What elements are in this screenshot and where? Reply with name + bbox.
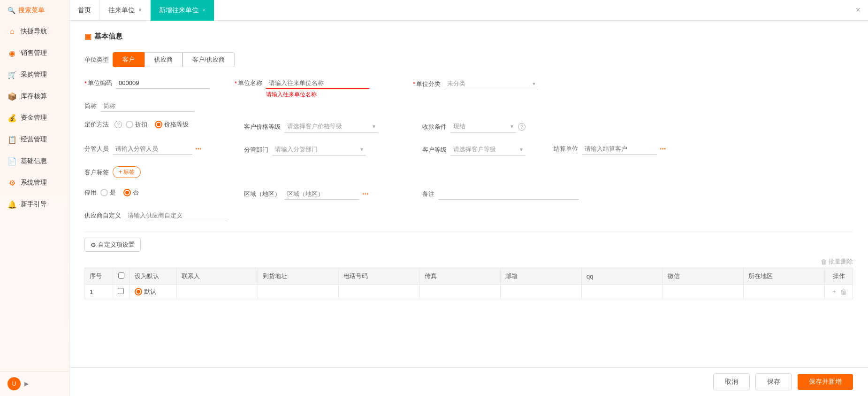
sidebar-item-operations[interactable]: 📋 经营管理 <box>0 129 69 150</box>
region-more-btn[interactable]: ··· <box>362 190 368 198</box>
unit-category-required: * <box>413 80 415 87</box>
row-default-radio[interactable]: 默认 <box>135 287 172 296</box>
unit-btn-customer[interactable]: 客户 <box>113 52 145 67</box>
sidebar-item-label: 基础信息 <box>21 157 47 165</box>
unit-btn-both[interactable]: 客户/供应商 <box>183 52 235 67</box>
row-email[interactable] <box>501 285 582 299</box>
th-qq: qq <box>581 268 662 285</box>
row-delete-icon[interactable]: 🗑 <box>840 288 847 295</box>
operations-icon: 📋 <box>8 135 17 144</box>
row-qq-input[interactable] <box>586 288 658 295</box>
row-qq[interactable] <box>581 285 662 299</box>
row-address-input[interactable] <box>263 288 334 295</box>
row-phone-input[interactable] <box>343 288 415 295</box>
finance-icon: 💰 <box>8 113 17 123</box>
sidebar-bottom: U ▶ <box>0 371 69 396</box>
unit-btn-supplier[interactable]: 供应商 <box>145 52 183 67</box>
sidebar-item-label: 经营管理 <box>21 135 47 144</box>
add-tag-button[interactable]: + 标签 <box>113 166 141 178</box>
pricing-method-help[interactable]: ? <box>114 121 122 128</box>
region-input[interactable] <box>284 188 359 200</box>
manager-more-btn[interactable]: ··· <box>195 145 201 153</box>
unit-code-input[interactable] <box>116 78 210 89</box>
row-checkbox[interactable] <box>118 288 124 294</box>
sidebar-item-sales[interactable]: ◉ 销售管理 <box>0 42 69 64</box>
tab-new-partner-close[interactable]: × <box>202 7 206 14</box>
bottom-bar: 取消 保存 保存并新增 <box>69 367 868 396</box>
manager-input[interactable] <box>113 143 192 155</box>
region-field: 区域（地区） ··· <box>244 188 422 200</box>
sidebar-item-finance[interactable]: 💰 资金管理 <box>0 107 69 129</box>
row-region-input[interactable] <box>748 288 820 295</box>
tab-home[interactable]: 首页 <box>69 0 100 21</box>
radio-no-circle <box>123 189 131 196</box>
th-address: 到货地址 <box>258 268 339 285</box>
custom-settings-button[interactable]: ⚙ 自定义项设置 <box>84 238 141 252</box>
row-email-input[interactable] <box>505 288 577 295</box>
row-fax-input[interactable] <box>425 288 496 295</box>
sidebar-item-quick-nav[interactable]: ⌂ 快捷导航 <box>0 21 69 42</box>
sidebar-item-guide[interactable]: 🔔 新手引导 <box>0 194 69 215</box>
table-section: 🗑 批量删除 序号 设为默认 联系人 到货地址 电话号码 传真 <box>84 257 853 299</box>
row-wechat-input[interactable] <box>668 288 739 295</box>
supplier-custom-row: 供应商自定义 <box>84 210 853 221</box>
department-select[interactable]: 请输入分管部门 ▾ <box>272 143 366 156</box>
settlement-unit-input[interactable] <box>582 143 657 155</box>
row-address[interactable] <box>258 285 339 299</box>
radio-discount[interactable]: 折扣 <box>126 120 147 129</box>
table-select-all[interactable] <box>118 272 124 279</box>
system-icon: ⚙ <box>8 178 17 187</box>
customer-level-placeholder: 请选择客户等级 <box>453 145 518 154</box>
remark-input[interactable] <box>438 188 579 200</box>
region-label: 区域（地区） <box>244 190 281 198</box>
row-add-icon[interactable]: ＋ <box>831 287 838 296</box>
sidebar-item-inventory[interactable]: 📦 库存核算 <box>0 85 69 107</box>
customer-level-label: 客户等级 <box>422 146 447 154</box>
tab-partners-close[interactable]: × <box>138 7 142 14</box>
row-phone[interactable] <box>339 285 420 299</box>
code-name-category-row: * 单位编码 * 单位名称 请输入往来单位名称 * 单位分类 未分类 ▾ <box>84 78 853 90</box>
sidebar-item-basic-info[interactable]: 📄 基础信息 <box>0 150 69 172</box>
sidebar-item-system[interactable]: ⚙ 系统管理 <box>0 172 69 194</box>
sidebar-expand-icon[interactable]: ▶ <box>24 380 29 387</box>
row-contact[interactable] <box>177 285 258 299</box>
cancel-button[interactable]: 取消 <box>713 373 750 390</box>
unit-name-input[interactable] <box>266 78 369 89</box>
supplier-custom-input[interactable] <box>125 210 228 221</box>
tags-row: 客户标签 + 标签 <box>84 166 853 178</box>
settlement-more-btn[interactable]: ··· <box>660 145 666 153</box>
sidebar-item-label: 销售管理 <box>21 49 47 57</box>
customer-level-field: 客户等级 请选择客户等级 ▾ <box>422 143 554 156</box>
unit-category-select[interactable]: 未分类 ▾ <box>444 78 538 90</box>
unit-name-error: 请输入往来单位名称 <box>266 91 317 99</box>
sidebar-item-purchase[interactable]: 🛒 采购管理 <box>0 64 69 85</box>
radio-price-level[interactable]: 价格等级 <box>155 120 189 129</box>
short-name-input[interactable] <box>100 101 194 112</box>
radio-no[interactable]: 否 <box>123 188 139 197</box>
save-new-button[interactable]: 保存并新增 <box>798 374 853 390</box>
th-email: 邮箱 <box>501 268 582 285</box>
radio-discount-label: 折扣 <box>135 120 147 129</box>
section-title-text: 基本信息 <box>94 32 122 41</box>
tab-partners[interactable]: 往来单位 × <box>100 0 151 21</box>
row-fax[interactable] <box>419 285 501 299</box>
gear-icon: ⚙ <box>91 241 96 248</box>
radio-yes[interactable]: 是 <box>100 188 116 197</box>
sidebar: 🔍 搜索菜单 ⌂ 快捷导航 ◉ 销售管理 🛒 采购管理 📦 库存核算 💰 资金管… <box>0 0 69 396</box>
tab-home-label: 首页 <box>78 6 91 15</box>
customer-price-level-select[interactable]: 请选择客户价格等级 ▾ <box>284 120 378 133</box>
row-region[interactable] <box>744 285 825 299</box>
row-wechat[interactable] <box>662 285 744 299</box>
purchase-icon: 🛒 <box>8 70 17 79</box>
section-basic-info: ▣ 基本信息 <box>84 32 853 41</box>
payment-terms-select[interactable]: 现结 ▾ <box>450 120 516 133</box>
unit-name-field: * 单位名称 请输入往来单位名称 <box>235 78 413 89</box>
row-contact-input[interactable] <box>182 288 253 295</box>
save-button[interactable]: 保存 <box>755 373 792 390</box>
tab-new-partner[interactable]: 新增往来单位 × <box>151 0 214 21</box>
batch-delete-button[interactable]: 🗑 批量删除 <box>821 257 853 266</box>
payment-terms-help[interactable]: ? <box>518 123 525 131</box>
customer-level-select[interactable]: 请选择客户等级 ▾ <box>450 143 525 156</box>
sidebar-search[interactable]: 🔍 搜索菜单 <box>0 0 69 21</box>
tabbar-global-close[interactable]: × <box>848 5 868 15</box>
